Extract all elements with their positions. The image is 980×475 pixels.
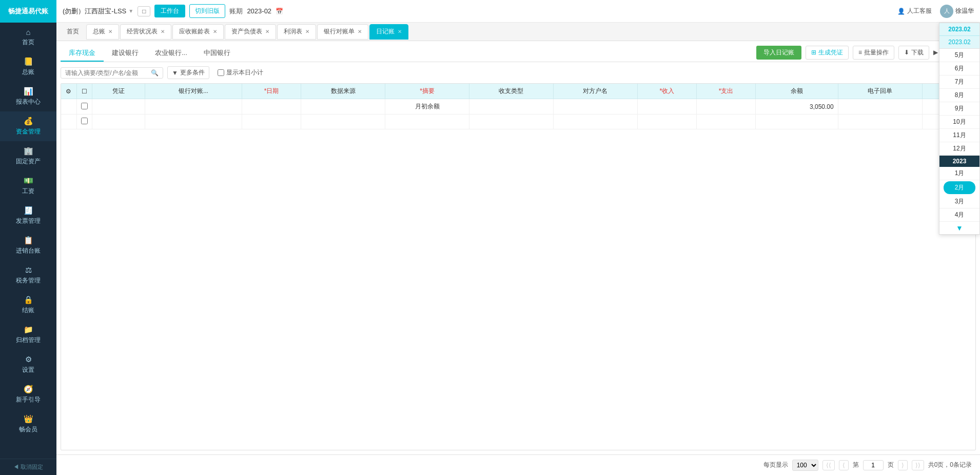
finance-icon: 💰 [24, 117, 33, 126]
sidebar-item-ledger[interactable]: 📒 总账 [0, 52, 56, 82]
sidebar-item-closing[interactable]: 🔒 结账 [0, 290, 56, 320]
table-footer: 每页显示 100 10 20 50 ⟨⟨ ⟨ 第 页 ⟩ ⟩⟩ 共0页，0条记录 [56, 454, 980, 475]
dp-month-1[interactable]: 1月 [939, 167, 979, 180]
gen-voucher-button[interactable]: ⊞ 生成凭证 [806, 46, 849, 60]
row-settings[interactable] [61, 99, 76, 115]
search-box[interactable]: 🔍 [61, 67, 163, 79]
sidebar-item-home[interactable]: ⌂ 首页 [0, 23, 56, 52]
tab-journal[interactable]: 日记账 ✕ [369, 24, 408, 40]
sidebar-item-guide[interactable]: 🧭 新手引导 [0, 379, 56, 409]
subtab-zhongguo[interactable]: 中国银行 [195, 45, 239, 62]
tab-ledger[interactable]: 总账 ✕ [86, 24, 119, 40]
guide-icon: 🧭 [24, 385, 33, 394]
th-checkbox[interactable]: ☐ [76, 84, 92, 99]
download-button[interactable]: ⬇ 下载 [898, 46, 929, 60]
date-panel: 2023.02 2023.02 5月 6月 7月 8月 9月 10月 11月 1… [939, 23, 980, 235]
period-label: 账期 [229, 7, 243, 16]
dp-month-6[interactable]: 6月 [939, 62, 979, 75]
tab-ledger-close[interactable]: ✕ [108, 29, 112, 34]
row-checkbox[interactable] [76, 99, 92, 115]
row-checkbox[interactable] [76, 115, 92, 129]
tab-receivable[interactable]: 应收账龄表 ✕ [172, 24, 224, 40]
th-electronic: 电子回单 [838, 84, 922, 99]
sidebar-item-reports[interactable]: 📊 报表中心 [0, 82, 56, 111]
th-bankref: 银行对账... [145, 84, 242, 99]
dp-year-2023-top2[interactable]: 2023.02 [939, 36, 979, 49]
sidebar-item-assets[interactable]: 🏢 固定资产 [0, 141, 56, 171]
th-income: *收入 [637, 84, 696, 99]
sidebar-item-settings[interactable]: ⚙ 设置 [0, 350, 56, 379]
dp-chevron-down[interactable]: ▼ [939, 222, 979, 234]
sidebar-item-archive[interactable]: 📁 归档管理 [0, 320, 56, 350]
settings-icon: ⚙ [25, 355, 32, 364]
daily-checkbox-input[interactable] [218, 69, 224, 76]
more-filter-button[interactable]: ▼ 更多条件 [167, 66, 209, 79]
dp-month-8[interactable]: 8月 [939, 89, 979, 102]
sidebar-unpin[interactable]: ◀ 取消固定 [0, 459, 56, 475]
tab-receivable-label: 应收账龄表 [179, 27, 210, 36]
first-page-button[interactable]: ⟨⟨ [822, 460, 835, 470]
sidebar-item-tax[interactable]: ⚖ 税务管理 [0, 260, 56, 290]
subtab-cash[interactable]: 库存现金 [61, 45, 104, 62]
subtab-jianshe[interactable]: 建设银行 [104, 45, 147, 62]
row-settings[interactable] [61, 115, 76, 129]
dp-month-11[interactable]: 11月 [939, 129, 979, 142]
batch-button[interactable]: ≡ 批量操作 [853, 46, 894, 60]
filter-icon: ▼ [172, 69, 178, 77]
per-page-select[interactable]: 100 10 20 50 [792, 460, 818, 471]
tab-asset-close[interactable]: ✕ [265, 29, 269, 34]
assets-icon: 🏢 [24, 146, 33, 156]
period-value: 2023-02 [247, 7, 271, 15]
tab-bankbook[interactable]: 银行对账单 ✕ [317, 24, 368, 40]
sidebar-item-salary[interactable]: 💵 工资 [0, 171, 56, 201]
dp-month-5[interactable]: 5月 [939, 49, 979, 62]
closing-icon: 🔒 [24, 295, 33, 305]
tab-bankbook-close[interactable]: ✕ [358, 29, 362, 34]
dp-month-2-active[interactable]: 2月 [944, 181, 975, 194]
sidebar-item-member[interactable]: 👑 畅会员 [0, 409, 56, 439]
tab-profit-close[interactable]: ✕ [305, 29, 309, 34]
dp-month-7[interactable]: 7月 [939, 75, 979, 89]
last-page-button[interactable]: ⟩⟩ [912, 460, 924, 470]
tab-profit-label: 利润表 [284, 27, 302, 36]
tab-profit[interactable]: 利润表 ✕ [277, 24, 316, 40]
tab-asset[interactable]: 资产负债表 ✕ [225, 24, 276, 40]
dp-month-10[interactable]: 10月 [939, 116, 979, 129]
per-page-label: 每页显示 [763, 461, 788, 469]
page-input[interactable] [863, 460, 884, 470]
user-menu[interactable]: 人 徐温华 [940, 5, 974, 18]
th-source: 数据来源 [301, 84, 385, 99]
show-daily-checkbox[interactable]: 显示本日小计 [218, 68, 263, 77]
sidebar-item-invoice[interactable]: 🧾 发票管理 [0, 201, 56, 231]
subtab-nongye[interactable]: 农业银行... [147, 45, 195, 62]
th-settings[interactable]: ⚙ [61, 84, 76, 99]
tab-business[interactable]: 经营状况表 ✕ [120, 24, 171, 40]
next-page-button[interactable]: ⟩ [898, 460, 908, 470]
topbar: (勿删）江西甜宝-LSS ▼ □ 工作台 切到旧版 账期 2023-02 📅 👤… [56, 0, 980, 23]
copy-button[interactable]: □ [138, 6, 150, 16]
row-summary: 月初余额 [385, 99, 469, 115]
tab-receivable-close[interactable]: ✕ [213, 29, 217, 34]
dp-month-9[interactable]: 9月 [939, 102, 979, 116]
dp-month-12[interactable]: 12月 [939, 142, 979, 156]
history-button[interactable]: 切到旧版 [189, 4, 225, 18]
tabbar: 首页 总账 ✕ 经营状况表 ✕ 应收账龄表 ✕ 资产负债表 ✕ 利润表 ✕ 银行… [56, 23, 980, 41]
calendar-icon[interactable]: 📅 [276, 8, 283, 15]
sidebar-item-sales[interactable]: 📋 进销台账 [0, 231, 56, 260]
workspace-button[interactable]: 工作台 [154, 5, 185, 17]
tab-home[interactable]: 首页 [61, 24, 85, 40]
dp-current-year-label[interactable]: 2023 [939, 156, 979, 167]
company-selector[interactable]: (勿删）江西甜宝-LSS ▼ [63, 7, 133, 16]
service-button[interactable]: 👤 人工客服 [897, 7, 932, 15]
th-voucher: 凭证 [92, 84, 145, 99]
dp-month-4[interactable]: 4月 [939, 208, 979, 222]
sidebar-item-finance[interactable]: 💰 资金管理 [0, 111, 56, 141]
prev-page-button[interactable]: ⟨ [839, 460, 849, 470]
tab-journal-close[interactable]: ✕ [398, 29, 402, 34]
dp-year-2023-top[interactable]: 2023.02 [939, 23, 979, 36]
dp-month-3[interactable]: 3月 [939, 195, 979, 208]
avatar: 人 [940, 5, 953, 18]
import-journal-button[interactable]: 导入日记账 [756, 46, 801, 60]
tab-business-close[interactable]: ✕ [161, 29, 165, 34]
search-input[interactable] [65, 69, 149, 77]
